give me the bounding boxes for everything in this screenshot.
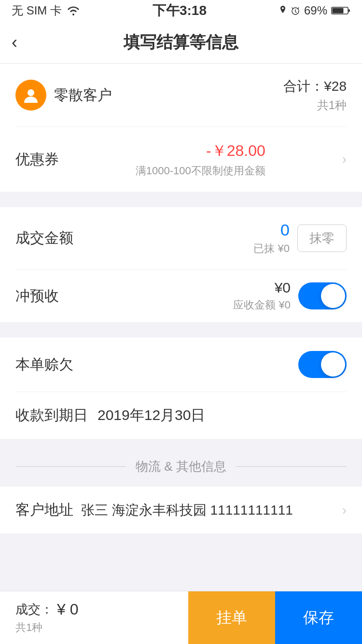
debt-label: 本单赊欠 <box>15 355 73 375</box>
customer-name: 零散客户 <box>54 85 112 105</box>
customer-count: 共1种 <box>283 98 347 113</box>
bottom-deal-amount: ¥ 0 <box>57 601 78 618</box>
deal-amount-right: 0 已抹 ¥0 抹零 <box>253 221 347 256</box>
logistics-header: 物流 & 其他信息 <box>0 447 362 487</box>
prepay-main-amount: ¥0 <box>233 280 291 296</box>
coupon-row[interactable]: 优惠券 -￥28.00 满1000-100不限制使用金额 › <box>0 127 362 192</box>
page-title: 填写结算等信息 <box>124 31 238 54</box>
deal-amount-value[interactable]: 0 <box>280 221 290 239</box>
coupon-chevron-icon: › <box>342 152 347 167</box>
deal-amount-card: 成交金额 0 已抹 ¥0 抹零 冲预收 ¥0 应收金额 ¥0 <box>0 207 362 322</box>
deal-amount-row: 成交金额 0 已抹 ¥0 抹零 <box>0 207 362 269</box>
bottom-deal-row: 成交： ¥ 0 <box>15 601 173 618</box>
customer-row: 零散客户 合计：¥28 共1种 <box>0 64 362 126</box>
debt-card: 本单赊欠 收款到期日 2019年12月30日 <box>0 337 362 439</box>
status-bar: 无 SIM 卡 下午3:18 69% <box>0 0 362 21</box>
avatar-person-icon <box>22 86 40 104</box>
battery-text: 69% <box>304 4 327 17</box>
hang-order-button[interactable]: 挂单 <box>188 591 275 644</box>
coupon-label: 优惠券 <box>15 150 59 169</box>
avatar <box>15 80 46 111</box>
address-value: 张三 海淀永丰科技园 11111111111 <box>81 501 334 519</box>
due-date-row: 收款到期日 2019年12月30日 <box>0 392 362 439</box>
round-zero-button[interactable]: 抹零 <box>297 224 347 252</box>
prepay-toggle[interactable] <box>298 282 347 309</box>
section-divider-1 <box>0 199 362 207</box>
prepay-label: 冲预收 <box>15 286 59 306</box>
alarm-icon <box>291 6 300 15</box>
coupon-amount: -￥28.00 <box>136 140 265 162</box>
debt-toggle[interactable] <box>298 351 347 378</box>
nav-bar: ‹ 填写结算等信息 <box>0 21 362 64</box>
deal-amount-label: 成交金额 <box>15 228 73 248</box>
logistics-label: 物流 & 其他信息 <box>126 458 236 475</box>
status-left: 无 SIM 卡 <box>12 3 80 18</box>
location-icon <box>279 6 287 15</box>
debt-toggle-knob <box>321 352 345 377</box>
customer-total: 合计：¥28 <box>283 77 347 96</box>
customer-total-wrap: 合计：¥28 共1种 <box>283 77 347 113</box>
address-chevron-icon: › <box>342 503 347 518</box>
customer-left: 零散客户 <box>15 80 112 111</box>
bottom-deal-label: 成交： <box>15 601 53 618</box>
section-divider-2 <box>0 330 362 337</box>
logistics-line-right <box>236 466 347 467</box>
battery-icon <box>331 6 350 15</box>
prepay-row: 冲预收 ¥0 应收金额 ¥0 <box>0 270 362 322</box>
save-button[interactable]: 保存 <box>275 591 362 644</box>
svg-rect-2 <box>332 8 343 14</box>
bottom-info: 成交： ¥ 0 共1种 <box>0 601 188 635</box>
prepay-amounts: ¥0 应收金额 ¥0 <box>233 280 291 312</box>
wifi-icon <box>67 6 80 15</box>
prepay-right: ¥0 应收金额 ¥0 <box>233 280 347 312</box>
coupon-description: 满1000-100不限制使用金额 <box>136 164 265 178</box>
customer-card: 零散客户 合计：¥28 共1种 优惠券 -￥28.00 满1000-100不限制… <box>0 64 362 192</box>
address-row[interactable]: 客户地址 张三 海淀永丰科技园 11111111111 › <box>0 487 362 533</box>
due-date-label: 收款到期日 <box>15 406 88 425</box>
bottom-bar: 成交： ¥ 0 共1种 挂单 保存 <box>0 591 362 644</box>
status-time: 下午3:18 <box>153 1 207 20</box>
address-card: 客户地址 张三 海淀永丰科技园 11111111111 › <box>0 487 362 533</box>
deal-amount-input-wrap: 0 已抹 ¥0 <box>253 221 290 256</box>
prepay-toggle-knob <box>321 284 345 308</box>
bottom-count: 共1种 <box>15 620 173 635</box>
status-right: 69% <box>279 4 350 17</box>
logistics-line-left <box>15 466 126 467</box>
svg-point-3 <box>28 89 34 96</box>
prepay-sub-amount: 应收金额 ¥0 <box>233 298 291 312</box>
due-date-value[interactable]: 2019年12月30日 <box>97 406 205 425</box>
coupon-right: -￥28.00 满1000-100不限制使用金额 <box>136 140 265 178</box>
content: 零散客户 合计：¥28 共1种 优惠券 -￥28.00 满1000-100不限制… <box>0 64 362 599</box>
no-sim-text: 无 SIM 卡 <box>12 3 62 18</box>
back-button[interactable]: ‹ <box>12 32 17 53</box>
address-label: 客户地址 <box>15 500 73 520</box>
deal-amount-sub: 已抹 ¥0 <box>253 241 290 256</box>
debt-row: 本单赊欠 <box>0 337 362 392</box>
